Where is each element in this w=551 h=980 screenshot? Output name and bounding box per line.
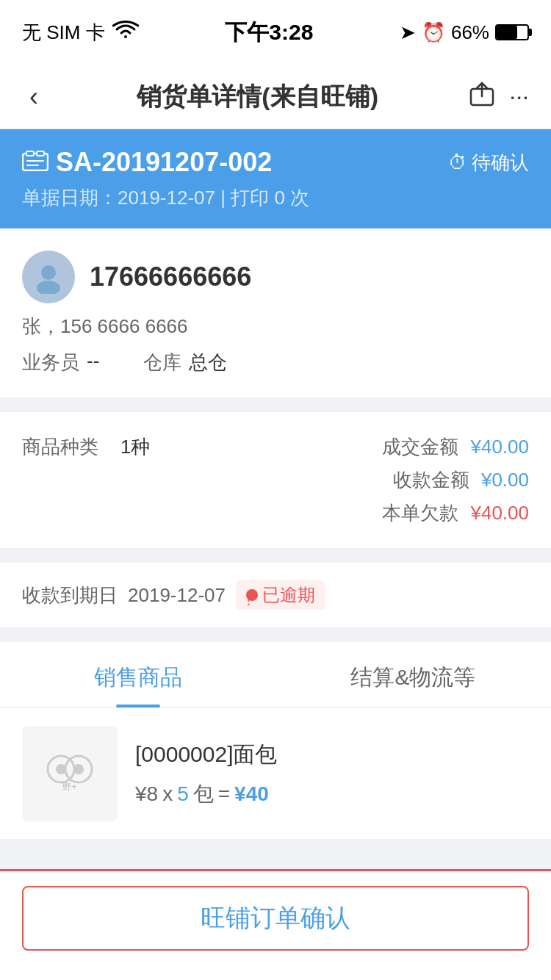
amount-paid: 收款金额 ¥0.00 [393,467,529,493]
customer-card: 17666666666 张，156 6666 6666 业务员 -- 仓库 总仓 [0,228,551,397]
warehouse-item: 仓库 总仓 [143,350,227,375]
svg-rect-2 [26,151,34,156]
product-thumbnail: 野+ [22,726,118,821]
product-qty: 5 [177,782,189,806]
overdue-dot-icon: ! [246,589,258,601]
product-price: ¥8 [135,782,158,806]
back-button[interactable]: ‹ [22,74,46,120]
divider-1 [0,397,551,412]
tab-sales-product[interactable]: 销售商品 [0,642,276,707]
owed-label: 本单欠款 [382,500,458,526]
wifi-icon [112,21,139,45]
clock-icon: ⏱ [448,151,467,174]
confirm-btn-area: 旺铺订单确认 [0,869,551,980]
order-id: SA-20191207-002 [22,147,272,178]
status-bar-left: 无 SIM 卡 [22,20,139,46]
product-total: ¥40 [234,782,269,806]
more-button[interactable]: ··· [509,83,529,110]
carrier-text: 无 SIM 卡 [22,20,105,46]
due-date-card: 收款到期日 2019-12-07 ! 已逾期 [0,563,551,627]
overdue-badge: ! 已逾期 [236,580,325,610]
salesperson-label: 业务员 [22,350,79,375]
order-status: ⏱ 待确认 [448,150,529,176]
deal-label: 成交金额 [382,434,458,460]
product-type-value: 1种 [120,434,150,526]
confirm-button[interactable]: 旺铺订单确认 [22,886,529,951]
divider-2 [0,548,551,563]
share-button[interactable] [469,82,494,112]
customer-avatar [22,251,75,303]
svg-point-11 [73,764,84,774]
tabs-container: 销售商品 结算&物流等 [0,642,551,708]
deal-value: ¥40.00 [470,436,529,458]
multiply-sign: x [162,782,173,806]
product-name: [0000002]面包 [135,740,529,770]
equals-sign: = [218,782,230,806]
salesperson-value: -- [87,350,99,375]
tab-settlement[interactable]: 结算&物流等 [276,642,551,707]
customer-phone: 17666666666 [90,262,251,292]
warehouse-label: 仓库 [143,350,181,375]
order-date: 单据日期：2019-12-07 | 打印 0 次 [22,185,529,211]
svg-point-7 [37,281,60,294]
status-bar-right: ➤ ⏰ 66% [400,21,529,44]
svg-text:野+: 野+ [62,782,76,792]
product-logo-icon: 野+ [40,749,99,799]
location-icon: ➤ [400,21,416,44]
status-bar: 无 SIM 卡 下午3:28 ➤ ⏰ 66% [0,0,551,65]
summary-right: 成交金额 ¥40.00 收款金额 ¥0.00 本单欠款 ¥40.00 [382,434,529,526]
alarm-icon: ⏰ [422,21,445,44]
battery-icon [495,24,529,40]
product-unit: 包 [193,780,214,808]
product-price-row: ¥8 x 5 包 = ¥40 [135,780,529,808]
product-details: [0000002]面包 ¥8 x 5 包 = ¥40 [135,740,529,808]
owed-value: ¥40.00 [470,502,529,525]
product-card: 野+ [0000002]面包 ¥8 x 5 包 = ¥40 [0,708,551,839]
warehouse-value: 总仓 [189,350,227,375]
summary-row: 商品种类 1种 成交金额 ¥40.00 收款金额 ¥0.00 本单欠款 ¥40.… [22,434,529,526]
amount-deal: 成交金额 ¥40.00 [382,434,529,460]
battery-text: 66% [451,21,489,44]
customer-top: 17666666666 [22,251,529,303]
summary-card: 商品种类 1种 成交金额 ¥40.00 收款金额 ¥0.00 本单欠款 ¥40.… [0,412,551,548]
customer-name: 张，156 6666 6666 [22,314,529,339]
order-header: SA-20191207-002 ⏱ 待确认 单据日期：2019-12-07 | … [0,129,551,228]
nav-actions: ··· [469,82,529,112]
product-type-label: 商品种类 [22,434,98,526]
customer-meta: 业务员 -- 仓库 总仓 [22,350,529,375]
paid-value: ¥0.00 [481,469,529,491]
paid-label: 收款金额 [393,467,469,493]
status-bar-time: 下午3:28 [225,18,313,48]
order-icon [22,147,48,178]
due-date-label: 收款到期日 [22,583,118,608]
overdue-text: 已逾期 [262,583,315,607]
page-title: 销货单详情(来自旺铺) [137,80,378,114]
amount-owed: 本单欠款 ¥40.00 [382,500,529,526]
svg-rect-3 [37,151,44,156]
svg-point-6 [41,265,56,280]
nav-bar: ‹ 销货单详情(来自旺铺) ··· [0,65,551,129]
salesperson-item: 业务员 -- [22,350,99,375]
order-header-top: SA-20191207-002 ⏱ 待确认 [22,147,529,178]
summary-left: 商品种类 1种 [22,434,150,526]
svg-point-10 [56,764,66,774]
due-date-value: 2019-12-07 [128,584,226,607]
